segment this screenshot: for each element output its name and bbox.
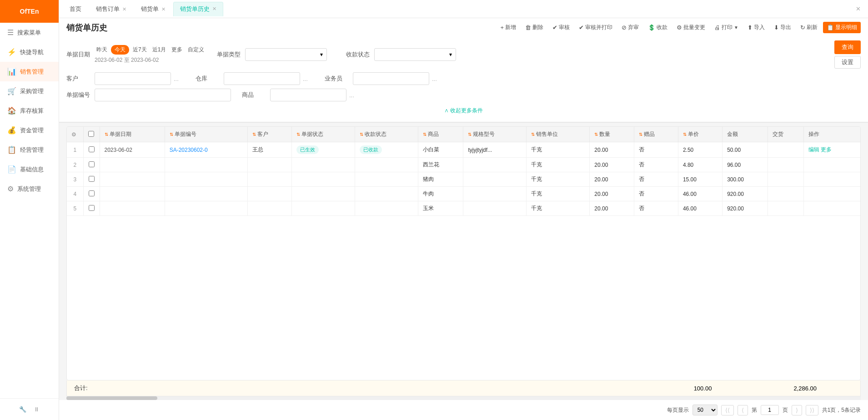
order-status-sort-icon[interactable]: ⇅ — [296, 132, 300, 137]
row-checkbox[interactable] — [83, 187, 100, 201]
horizontal-scrollbar-track[interactable] — [66, 396, 861, 400]
sidebar-item-quick-nav[interactable]: ⚡ 快捷导航 — [0, 42, 59, 62]
settings-bottom-icon[interactable]: 🔧 — [19, 406, 26, 413]
close-sales-history-icon[interactable]: ✕ — [212, 6, 216, 12]
goods-dots[interactable]: ... — [349, 92, 354, 99]
tab-sales-history[interactable]: 销货单历史 ✕ — [173, 2, 223, 16]
date-sort-icon[interactable]: ⇅ — [105, 132, 108, 137]
row-checkbox[interactable] — [83, 172, 100, 187]
row-actions[interactable]: 编辑 更多 — [803, 142, 860, 158]
inventory-icon: 🏠 — [7, 106, 16, 115]
show-details-button[interactable]: 📋 显示明细 — [823, 22, 861, 33]
close-sales-order-icon[interactable]: ✕ — [122, 6, 126, 12]
row-trade — [768, 172, 803, 187]
page-number-input[interactable] — [761, 405, 779, 415]
row-price: 2.50 — [678, 142, 722, 158]
row-checkbox[interactable] — [83, 201, 100, 216]
sidebar-item-finance-mgmt[interactable]: 💰 资金管理 — [0, 120, 59, 140]
table-header-row: ⚙ ⇅ 单据日期 ⇅ — [67, 127, 860, 142]
sidebar-item-sys-mgmt[interactable]: ⚙ 系统管理 — [0, 179, 59, 199]
row-goods: 西兰花 — [418, 158, 463, 172]
row-date — [100, 187, 165, 201]
staff-dots[interactable]: ... — [432, 75, 437, 82]
tab-home[interactable]: 首页 — [63, 2, 88, 16]
tab-sales-history-label: 销货单历史 — [180, 5, 210, 13]
last1m-shortcut[interactable]: 近1月 — [151, 45, 168, 55]
price-sort-icon[interactable]: ⇅ — [683, 132, 687, 137]
warehouse-dots[interactable]: ... — [303, 75, 308, 82]
import-button[interactable]: ⬆ 导入 — [744, 22, 768, 33]
customer-dots[interactable]: ... — [174, 75, 179, 82]
more-shortcut[interactable]: 更多 — [170, 45, 184, 55]
row-actions[interactable] — [803, 158, 860, 172]
new-button[interactable]: + 新增 — [497, 22, 520, 33]
custom-shortcut[interactable]: 自定义 — [186, 45, 206, 55]
sidebar-item-basic-info[interactable]: 📄 基础信息 — [0, 160, 59, 179]
query-button[interactable]: 查询 — [834, 40, 861, 54]
audit-print-button[interactable]: ✔ 审核并打印 — [575, 22, 616, 33]
tab-home-label: 首页 — [70, 5, 81, 13]
first-page-btn[interactable]: ⟨⟨ — [721, 405, 734, 415]
last-page-btn[interactable]: ⟩⟩ — [806, 405, 818, 415]
sidebar-item-sales-mgmt[interactable]: 📊 销售管理 — [0, 62, 59, 81]
prev-page-btn[interactable]: ⟨ — [738, 405, 748, 415]
customer-sort-icon[interactable]: ⇅ — [252, 132, 256, 137]
sidebar-item-label: 资金管理 — [20, 126, 44, 135]
th-settings[interactable]: ⚙ — [67, 127, 83, 142]
row-actions[interactable] — [803, 187, 860, 201]
sidebar-item-inventory[interactable]: 🏠 库存核算 — [0, 101, 59, 120]
action-编辑[interactable]: 编辑 — [808, 146, 819, 153]
delete-button[interactable]: 🗑 删除 — [522, 22, 547, 33]
order-link[interactable]: SA-20230602-0 — [170, 147, 208, 153]
row-actions[interactable] — [803, 201, 860, 216]
spec-sort-icon[interactable]: ⇅ — [468, 132, 472, 137]
order-no-input[interactable] — [95, 89, 231, 101]
sidebar-item-search-menu[interactable]: ☰ 搜索菜单 — [0, 23, 59, 42]
print-button[interactable]: 🖨 打印 ▼ — [711, 22, 742, 33]
type-select[interactable]: ▾ — [245, 48, 327, 61]
batch-change-button[interactable]: ⚙ 批量变更 — [673, 22, 709, 33]
sidebar-item-ops-mgmt[interactable]: 📋 经营管理 — [0, 140, 59, 160]
row-pay-status — [355, 158, 418, 172]
row-date — [100, 158, 165, 172]
row-checkbox[interactable] — [83, 158, 100, 172]
setting-button[interactable]: 设置 — [834, 56, 861, 69]
last7-shortcut[interactable]: 近7天 — [131, 45, 149, 55]
goods-input[interactable] — [270, 89, 346, 101]
staff-input[interactable] — [353, 72, 429, 85]
pause-bottom-icon[interactable]: ⏸ — [34, 406, 40, 413]
collapse-button[interactable]: ∧ 收起更多条件 — [66, 105, 861, 116]
refresh-button[interactable]: ↻ 刷新 — [797, 22, 821, 33]
pay-status-select[interactable]: ▾ — [374, 48, 456, 61]
unit-sort-icon[interactable]: ⇅ — [531, 132, 535, 137]
window-close-btn[interactable]: ✕ — [852, 4, 864, 14]
row-actions[interactable] — [803, 172, 860, 187]
yesterday-shortcut[interactable]: 昨天 — [95, 45, 109, 55]
pay-status-sort-icon[interactable]: ⇅ — [360, 132, 363, 137]
close-sales-goods-icon[interactable]: ✕ — [161, 6, 166, 12]
sidebar-item-label: 系统管理 — [17, 185, 41, 193]
warehouse-input[interactable] — [224, 72, 300, 85]
table-settings-icon[interactable]: ⚙ — [71, 131, 76, 138]
next-page-btn[interactable]: ⟩ — [792, 405, 802, 415]
order-no-sort-icon[interactable]: ⇅ — [170, 132, 173, 137]
tab-sales-goods[interactable]: 销货单 ✕ — [134, 2, 172, 16]
row-checkbox[interactable] — [83, 142, 100, 158]
tab-sales-order[interactable]: 销售订单 ✕ — [89, 2, 133, 16]
audit-button[interactable]: ✔ 审核 — [549, 22, 573, 33]
new-label: 新增 — [505, 24, 516, 31]
goods-sort-icon[interactable]: ⇅ — [423, 132, 426, 137]
customer-input[interactable] — [95, 72, 171, 85]
today-shortcut[interactable]: 今天 — [111, 45, 129, 55]
export-button[interactable]: ⬇ 导出 — [770, 22, 795, 33]
qty-sort-icon[interactable]: ⇅ — [594, 132, 598, 137]
horizontal-scrollbar-thumb[interactable] — [66, 396, 157, 400]
abandon-button[interactable]: ⊘ 弃审 — [618, 22, 642, 33]
gift-sort-icon[interactable]: ⇅ — [639, 132, 642, 137]
collect-button[interactable]: 💲 收款 — [644, 22, 671, 33]
action-更多[interactable]: 更多 — [821, 146, 832, 153]
th-checkbox[interactable] — [83, 127, 100, 142]
select-all-checkbox[interactable] — [88, 131, 94, 137]
per-page-select[interactable]: 50 100 200 — [692, 405, 717, 415]
sidebar-item-purchase-mgmt[interactable]: 🛒 采购管理 — [0, 81, 59, 101]
